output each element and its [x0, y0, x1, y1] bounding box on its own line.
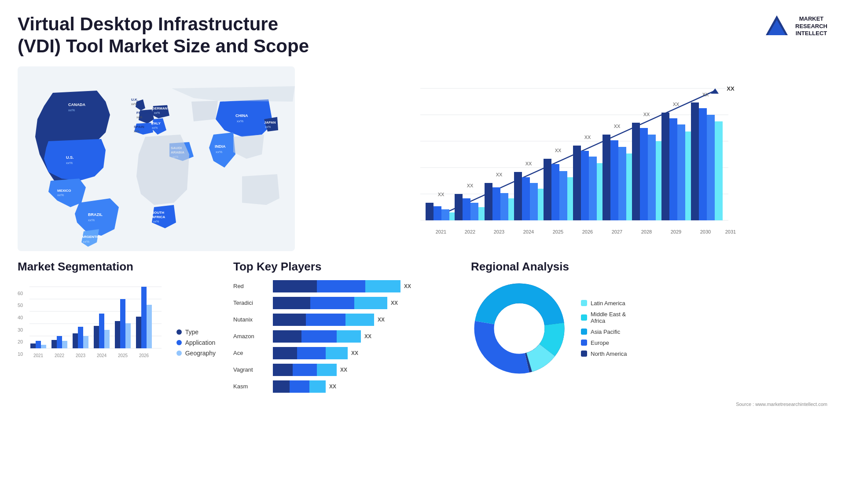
svg-text:2022: 2022: [465, 229, 475, 234]
player-bar-ace: XX: [273, 347, 453, 359]
svg-rect-125: [104, 330, 110, 348]
player-xx-amazon: XX: [364, 333, 371, 340]
svg-rect-85: [632, 123, 640, 220]
mea-label: Middle East &Africa: [591, 311, 626, 324]
svg-rect-80: [610, 140, 618, 220]
apac-label: Asia Pacific: [591, 329, 620, 335]
source-text: Source : www.marketresearchintellect.com: [0, 402, 845, 409]
seg-legend: Type Application Geography: [176, 329, 216, 357]
svg-text:FRANCE: FRANCE: [136, 111, 151, 115]
svg-rect-123: [94, 326, 99, 348]
reg-legend-apac: Asia Pacific: [581, 329, 627, 335]
europe-label: Europe: [591, 340, 609, 346]
svg-text:2022: 2022: [55, 353, 65, 358]
svg-rect-129: [125, 323, 131, 348]
legend-type: Type: [176, 329, 216, 336]
player-row-ace: Ace XX: [233, 347, 453, 359]
svg-rect-99: [707, 115, 715, 220]
svg-rect-112: [36, 341, 41, 348]
svg-text:xx%: xx%: [153, 220, 159, 223]
svg-text:AFRICA: AFRICA: [152, 215, 165, 219]
svg-text:XX: XX: [525, 161, 532, 166]
svg-text:xx%: xx%: [83, 240, 89, 244]
mea-dot: [581, 314, 587, 321]
svg-text:GERMANY: GERMANY: [152, 106, 170, 110]
svg-text:xx%: xx%: [134, 130, 140, 133]
svg-rect-79: [603, 135, 610, 220]
svg-text:xx%: xx%: [131, 102, 137, 106]
svg-rect-50: [463, 198, 470, 220]
player-name-red: Red: [233, 283, 268, 289]
player-row-nutanix: Nutanix XX: [233, 314, 453, 326]
application-label: Application: [185, 339, 216, 346]
svg-text:2021: 2021: [33, 353, 44, 358]
svg-text:XX: XX: [643, 112, 650, 117]
svg-rect-121: [83, 336, 88, 348]
svg-rect-127: [115, 321, 120, 348]
svg-text:XX: XX: [496, 172, 503, 177]
svg-rect-56: [492, 187, 500, 220]
player-bar-teradici: XX: [273, 297, 453, 309]
y-label-10: 10: [18, 351, 23, 357]
svg-text:xx%: xx%: [88, 218, 95, 222]
svg-rect-119: [73, 333, 78, 348]
geography-dot: [176, 351, 182, 356]
y-label-30: 30: [18, 327, 23, 332]
svg-rect-86: [640, 128, 648, 220]
player-name-nutanix: Nutanix: [233, 316, 268, 323]
player-name-vagrant: Vagrant: [233, 366, 268, 373]
player-xx-nutanix: XX: [378, 317, 385, 323]
svg-rect-87: [648, 135, 656, 220]
y-label-50: 50: [18, 303, 23, 308]
svg-text:2030: 2030: [700, 229, 711, 234]
svg-text:XX: XX: [727, 85, 735, 92]
svg-rect-92: [669, 118, 677, 220]
svg-text:ARGENTINA: ARGENTINA: [81, 235, 103, 239]
svg-rect-75: [589, 157, 597, 220]
svg-text:2029: 2029: [671, 229, 681, 234]
svg-rect-120: [78, 327, 83, 348]
latin-dot: [581, 300, 587, 306]
donut-chart: [471, 280, 568, 377]
seg-chart-svg: 2021 2022 2023 2024: [29, 280, 162, 364]
svg-text:2025: 2025: [118, 353, 128, 358]
svg-text:xx%: xx%: [237, 119, 243, 123]
svg-text:2021: 2021: [436, 229, 446, 234]
svg-text:xx%: xx%: [154, 111, 160, 114]
svg-rect-81: [618, 147, 626, 220]
svg-text:xx%: xx%: [265, 125, 271, 128]
header: Virtual Desktop Infrastructure (VDI) Too…: [0, 0, 845, 66]
svg-rect-128: [120, 299, 125, 348]
player-bar-vagrant: XX: [273, 364, 453, 376]
svg-rect-44: [434, 206, 441, 220]
reg-legend-europe: Europe: [581, 340, 627, 346]
logo-text: MARKET RESEARCH INTELLECT: [795, 15, 827, 38]
svg-rect-49: [455, 194, 463, 220]
segmentation-title: Market Segmentation: [18, 260, 216, 274]
type-label: Type: [185, 329, 198, 336]
svg-text:CANADA: CANADA: [68, 102, 85, 107]
svg-marker-42: [711, 88, 719, 94]
geography-label: Geography: [185, 350, 216, 357]
legend-geography: Geography: [176, 350, 216, 357]
player-name-amazon: Amazon: [233, 333, 268, 340]
svg-rect-111: [30, 343, 36, 348]
svg-text:xx%: xx%: [66, 161, 73, 165]
y-label-20: 20: [18, 339, 23, 344]
svg-text:XX: XX: [614, 124, 621, 129]
svg-text:MEXICO: MEXICO: [57, 189, 71, 193]
svg-text:U.S.: U.S.: [66, 155, 74, 160]
svg-text:2027: 2027: [612, 229, 622, 234]
svg-rect-93: [677, 124, 685, 220]
svg-rect-131: [136, 317, 141, 348]
svg-rect-69: [559, 171, 567, 220]
growth-chart-svg: XX 2021 XX 2022 XX 2023 XX 2024: [304, 66, 827, 251]
players-section: Top Key Players Red XX Teradici: [233, 260, 453, 397]
svg-rect-62: [522, 177, 530, 220]
svg-text:2028: 2028: [641, 229, 652, 234]
svg-text:xx%: xx%: [68, 108, 75, 112]
svg-rect-115: [51, 340, 57, 348]
bottom-section: Market Segmentation 60 50 40 30 20 10: [0, 251, 845, 402]
donut-svg: [471, 280, 568, 377]
player-row-teradici: Teradici XX: [233, 297, 453, 309]
